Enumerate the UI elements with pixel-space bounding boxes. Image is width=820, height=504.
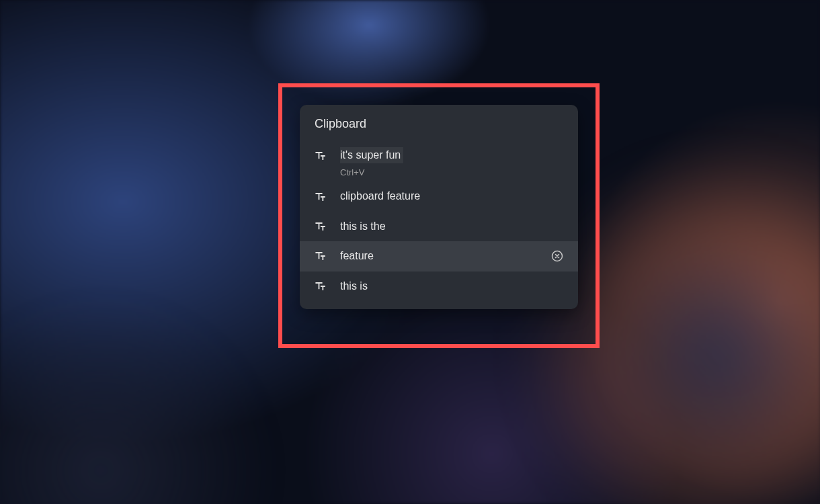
clipboard-panel: Clipboard it's super fun Ctrl+V clipboar… [300, 105, 578, 309]
panel-title: Clipboard [300, 105, 578, 142]
clipboard-item-text: it's super fun [340, 147, 403, 163]
clipboard-item-text: feature [340, 249, 374, 263]
text-icon [313, 190, 328, 204]
clipboard-item-text: this is the [340, 219, 386, 234]
text-icon [313, 149, 328, 163]
text-icon [313, 219, 328, 234]
text-icon [313, 279, 328, 294]
clipboard-item[interactable]: clipboard feature [300, 181, 578, 211]
clipboard-item-content: it's super fun Ctrl+V [340, 147, 565, 177]
clipboard-item[interactable]: this is the [300, 212, 578, 241]
text-icon [313, 249, 328, 263]
annotation-highlight: Clipboard it's super fun Ctrl+V clipboar… [278, 83, 600, 348]
clipboard-item-text: this is [340, 279, 368, 294]
clipboard-item[interactable]: feature [300, 241, 578, 271]
clipboard-item[interactable]: this is [300, 271, 578, 301]
clipboard-item-shortcut: Ctrl+V [340, 167, 565, 177]
clipboard-item[interactable]: it's super fun Ctrl+V [300, 142, 578, 181]
clipboard-item-text: clipboard feature [340, 189, 420, 204]
delete-clipboard-item-button[interactable] [550, 249, 565, 263]
